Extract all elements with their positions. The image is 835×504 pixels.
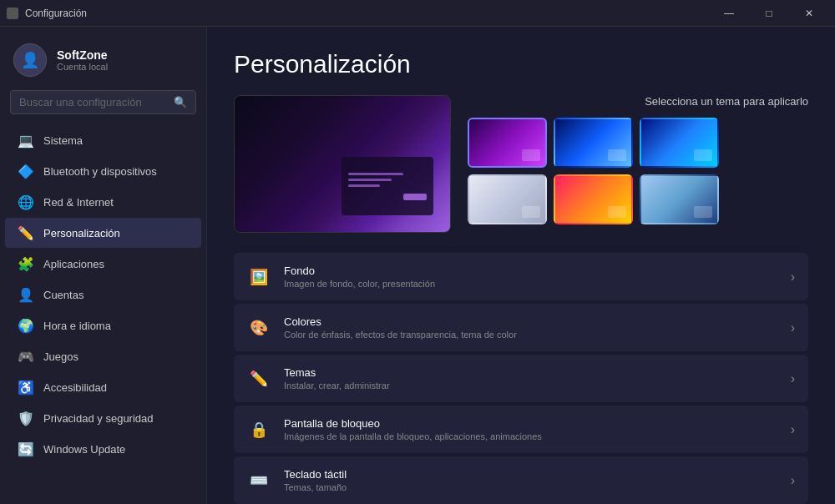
bluetooth-icon: 🔷: [18, 164, 33, 179]
settings-item-text: Teclado táctil Temas, tamaño: [284, 468, 777, 492]
title-bar-left: Configuración: [7, 8, 87, 19]
settings-item-desc: Imagen de fondo, color, presentación: [284, 279, 777, 289]
theme-label: Selecciona un tema para aplicarlo: [468, 95, 808, 108]
chevron-right-icon: ›: [791, 371, 795, 386]
red-icon: 🌐: [18, 194, 33, 209]
sidebar-item-personalizacion[interactable]: ✏️ Personalización: [5, 218, 201, 248]
sidebar: 👤 SoftZone Cuenta local 🔍 💻 Sistema 🔷 Bl…: [0, 27, 207, 504]
sidebar-item-label: Aplicaciones: [43, 258, 104, 270]
user-section: 👤 SoftZone Cuenta local: [0, 37, 206, 90]
accesibilidad-icon: ♿: [18, 380, 33, 395]
hora-icon: 🌍: [18, 318, 33, 333]
sidebar-item-juegos[interactable]: 🎮 Juegos: [5, 341, 201, 371]
update-icon: 🔄: [18, 441, 33, 456]
sidebar-item-update[interactable]: 🔄 Windows Update: [5, 434, 201, 464]
theme-grid: Selecciona un tema para aplicarlo: [468, 95, 808, 231]
theme-thumb-1[interactable]: [468, 118, 547, 168]
sidebar-item-label: Bluetooth y dispositivos: [43, 165, 157, 178]
theme-thumb-2[interactable]: [554, 118, 633, 168]
theme-section: Selecciona un tema para aplicarlo: [234, 95, 808, 233]
theme-thumb-overlay: [608, 206, 626, 218]
preview-overlay: [342, 157, 433, 215]
aplicaciones-icon: 🧩: [18, 256, 33, 271]
maximize-button[interactable]: □: [750, 0, 788, 27]
sistema-icon: 💻: [18, 133, 33, 148]
chevron-right-icon: ›: [791, 473, 795, 488]
privacidad-icon: 🛡️: [18, 411, 33, 426]
settings-item-desc: Temas, tamaño: [284, 482, 777, 492]
sidebar-item-label: Red & Internet: [43, 196, 114, 209]
theme-thumb-overlay: [608, 149, 626, 161]
settings-list: 🖼️ Fondo Imagen de fondo, color, present…: [234, 253, 808, 504]
preview-line-2: [348, 179, 392, 181]
search-box[interactable]: 🔍: [10, 90, 196, 114]
page-title: Personalización: [234, 50, 808, 78]
sidebar-item-sistema[interactable]: 💻 Sistema: [5, 125, 201, 155]
sidebar-item-label: Accesibilidad: [43, 381, 107, 394]
sidebar-item-red[interactable]: 🌐 Red & Internet: [5, 187, 201, 217]
settings-item-title: Colores: [284, 315, 777, 328]
sidebar-item-cuentas[interactable]: 👤 Cuentas: [5, 280, 201, 310]
sidebar-item-hora[interactable]: 🌍 Hora e idioma: [5, 310, 201, 340]
theme-thumb-3[interactable]: [640, 118, 719, 168]
personalizacion-icon: ✏️: [18, 225, 33, 240]
sidebar-item-bluetooth[interactable]: 🔷 Bluetooth y dispositivos: [5, 156, 201, 186]
settings-item-title: Pantalla de bloqueo: [284, 417, 777, 430]
theme-row-1: [468, 118, 808, 168]
temas-icon: ✏️: [247, 367, 271, 391]
preview-button: [403, 194, 427, 200]
title-bar: Configuración — □ ✕: [0, 0, 835, 27]
sidebar-item-label: Privacidad y seguridad: [43, 412, 154, 425]
user-name: SoftZone: [57, 48, 108, 62]
close-button[interactable]: ✕: [790, 0, 828, 27]
minimize-button[interactable]: —: [710, 0, 748, 27]
main-content: Personalización Selecciona un tema para …: [207, 27, 835, 504]
sidebar-item-privacidad[interactable]: 🛡️ Privacidad y seguridad: [5, 403, 201, 433]
settings-item-desc: Color de énfasis, efectos de transparenc…: [284, 330, 777, 340]
sidebar-item-label: Juegos: [43, 350, 78, 363]
avatar: 👤: [13, 43, 47, 77]
fondo-icon: 🖼️: [247, 265, 271, 289]
preview-line-1: [348, 173, 403, 175]
sidebar-item-accesibilidad[interactable]: ♿ Accesibilidad: [5, 372, 201, 402]
colores-icon: 🎨: [247, 316, 271, 340]
settings-item-title: Fondo: [284, 265, 777, 277]
user-info: SoftZone Cuenta local: [57, 48, 108, 72]
theme-preview: [234, 95, 451, 233]
chevron-right-icon: ›: [791, 270, 795, 285]
app-container: 👤 SoftZone Cuenta local 🔍 💻 Sistema 🔷 Bl…: [0, 27, 835, 504]
settings-item-desc: Imágenes de la pantalla de bloqueo, apli…: [284, 431, 777, 441]
search-input[interactable]: [19, 96, 167, 108]
chevron-right-icon: ›: [791, 320, 795, 335]
settings-item-fondo[interactable]: 🖼️ Fondo Imagen de fondo, color, present…: [234, 253, 808, 300]
user-subtitle: Cuenta local: [57, 62, 108, 72]
app-icon: [7, 8, 18, 19]
sidebar-item-label: Hora e idioma: [43, 320, 111, 332]
theme-thumb-6[interactable]: [640, 174, 719, 224]
sidebar-item-aplicaciones[interactable]: 🧩 Aplicaciones: [5, 249, 201, 279]
search-icon: 🔍: [174, 96, 187, 108]
settings-item-text: Fondo Imagen de fondo, color, presentaci…: [284, 265, 777, 289]
settings-item-pantalla-bloqueo[interactable]: 🔒 Pantalla de bloqueo Imágenes de la pan…: [234, 406, 808, 453]
title-bar-text: Configuración: [25, 8, 87, 19]
sidebar-item-label: Cuentas: [43, 289, 84, 301]
settings-item-colores[interactable]: 🎨 Colores Color de énfasis, efectos de t…: [234, 304, 808, 351]
theme-thumb-overlay: [522, 149, 540, 161]
settings-item-temas[interactable]: ✏️ Temas Instalar, crear, administrar ›: [234, 355, 808, 402]
settings-item-title: Teclado táctil: [284, 468, 777, 481]
sidebar-item-label: Personalización: [43, 227, 120, 239]
theme-thumb-4[interactable]: [468, 174, 547, 224]
theme-grid-and-preview: Selecciona un tema para aplicarlo: [234, 95, 808, 233]
chevron-right-icon: ›: [791, 422, 795, 437]
theme-thumb-overlay: [522, 206, 540, 218]
window-controls: — □ ✕: [710, 0, 828, 27]
settings-item-text: Colores Color de énfasis, efectos de tra…: [284, 315, 777, 340]
settings-item-teclado-tactil[interactable]: ⌨️ Teclado táctil Temas, tamaño ›: [234, 456, 808, 504]
settings-item-desc: Instalar, crear, administrar: [284, 381, 777, 391]
preview-line-3: [348, 184, 380, 187]
cuentas-icon: 👤: [18, 287, 33, 302]
theme-thumb-5[interactable]: [554, 174, 633, 224]
theme-thumb-overlay: [694, 206, 712, 218]
settings-item-title: Temas: [284, 366, 777, 379]
settings-item-text: Pantalla de bloqueo Imágenes de la panta…: [284, 417, 777, 441]
